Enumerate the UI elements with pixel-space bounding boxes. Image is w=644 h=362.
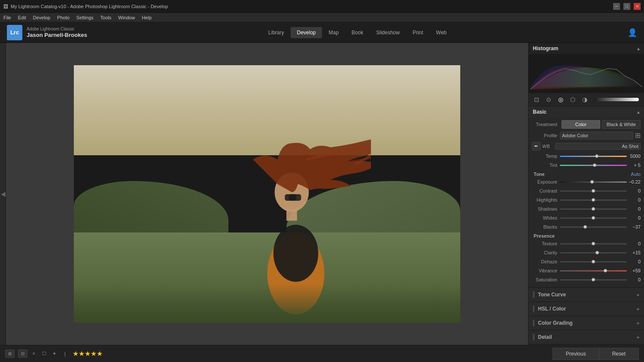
bottom-bar: ⊞ ⊟ ▾ ☐ ▾ | ★★★★★ Previous Reset bbox=[0, 345, 644, 362]
view-single-btn[interactable]: ⊞ bbox=[5, 350, 15, 358]
dehaze-slider-row: Dehaze 0 bbox=[532, 258, 641, 265]
user-avatar-icon[interactable]: 👤 bbox=[628, 28, 637, 37]
view-separator: ▾ bbox=[33, 351, 35, 356]
module-slideshow[interactable]: Slideshow bbox=[370, 27, 406, 38]
profile-grid-icon[interactable]: ⊞ bbox=[635, 131, 641, 139]
view-options: ▾ bbox=[53, 351, 56, 356]
color-grading-arrow: ▸ bbox=[637, 320, 640, 326]
menu-help[interactable]: Help bbox=[142, 15, 152, 20]
menu-window[interactable]: Window bbox=[118, 15, 135, 20]
exposure-value: −0.22 bbox=[627, 179, 641, 184]
hsl-color-section[interactable]: HSL / Color ▸ bbox=[529, 302, 644, 316]
temp-slider-track[interactable] bbox=[560, 156, 627, 157]
wb-eyedropper-icon[interactable]: ✒ bbox=[532, 142, 541, 151]
tint-value: + 5 bbox=[627, 163, 641, 168]
vibrance-slider-track[interactable] bbox=[560, 270, 627, 272]
spot-removal-icon[interactable]: ⊙ bbox=[544, 95, 553, 104]
treatment-bw-btn[interactable]: Black & White bbox=[602, 120, 641, 129]
highlights-slider-track[interactable] bbox=[560, 199, 627, 201]
view-compare-btn[interactable]: ⊟ bbox=[18, 350, 27, 358]
texture-slider-track[interactable] bbox=[560, 243, 627, 244]
reset-button[interactable]: Reset bbox=[599, 348, 639, 360]
histogram-area bbox=[529, 54, 644, 93]
profile-value[interactable]: Adobe Color bbox=[560, 132, 633, 139]
clarity-slider-handle[interactable] bbox=[595, 251, 599, 254]
crop-tool-icon[interactable]: ⊡ bbox=[532, 95, 541, 104]
hsl-arrow: ▸ bbox=[637, 306, 640, 312]
module-map[interactable]: Map bbox=[323, 27, 345, 38]
histogram-toggle[interactable]: ▴ bbox=[637, 45, 640, 51]
basic-section-header[interactable]: Basic ▴ bbox=[529, 106, 644, 118]
whites-slider-handle[interactable] bbox=[592, 216, 595, 220]
tint-slider-track[interactable] bbox=[560, 165, 627, 166]
blacks-slider-row: Blacks −37 bbox=[532, 223, 641, 231]
treatment-color-btn[interactable]: Color bbox=[562, 120, 600, 129]
contrast-slider-handle[interactable] bbox=[592, 189, 595, 193]
menu-develop[interactable]: Develop bbox=[33, 15, 50, 20]
blacks-slider-track[interactable] bbox=[560, 226, 627, 228]
zoom-level: ☐ bbox=[42, 351, 46, 356]
wb-value[interactable]: As Shot bbox=[555, 143, 641, 150]
contrast-slider-track[interactable] bbox=[560, 190, 627, 192]
minimize-button[interactable]: ─ bbox=[613, 3, 620, 10]
redeye-icon[interactable]: ◎ bbox=[556, 95, 565, 104]
menu-tools[interactable]: Tools bbox=[100, 15, 112, 20]
masking-icon[interactable]: ⬡ bbox=[568, 95, 577, 104]
exposure-slider-handle[interactable] bbox=[590, 180, 594, 184]
dehaze-slider-handle[interactable] bbox=[592, 260, 595, 263]
shadows-slider-handle[interactable] bbox=[592, 207, 595, 211]
svg-rect-4 bbox=[289, 194, 301, 201]
user-name-label: Jason Parnell-Brookes bbox=[27, 32, 87, 39]
maximize-button[interactable]: □ bbox=[623, 3, 630, 10]
clarity-slider-track[interactable] bbox=[560, 252, 627, 253]
vibrance-value: +59 bbox=[627, 268, 641, 273]
temp-label: Temp bbox=[532, 154, 560, 159]
lrc-logo: Lrc bbox=[7, 25, 22, 40]
menu-file[interactable]: File bbox=[3, 15, 11, 20]
foreground-overlay bbox=[74, 284, 460, 323]
blacks-slider-handle[interactable] bbox=[583, 225, 587, 229]
star-rating[interactable]: ★★★★★ bbox=[73, 350, 103, 358]
tone-curve-title: Tone Curve bbox=[538, 292, 637, 298]
tint-slider-handle[interactable] bbox=[593, 163, 596, 167]
clarity-slider-row: Clarity +15 bbox=[532, 249, 641, 256]
bottom-right-actions: Previous Reset bbox=[553, 348, 639, 360]
top-nav: Lrc Adobe Lightroom Classic Jason Parnel… bbox=[0, 22, 644, 43]
whites-slider-track[interactable] bbox=[560, 217, 627, 219]
detail-section[interactable]: Detail ▸ bbox=[529, 330, 644, 344]
contrast-label: Contrast bbox=[532, 188, 560, 193]
main-image-area bbox=[6, 43, 528, 345]
exposure-slider-track[interactable] bbox=[560, 181, 627, 183]
menu-settings[interactable]: Settings bbox=[76, 15, 94, 20]
left-panel-toggle[interactable]: ◀ bbox=[0, 190, 6, 197]
vibrance-slider-handle[interactable] bbox=[604, 269, 607, 272]
basic-section-toggle[interactable]: ▴ bbox=[637, 109, 640, 115]
module-web[interactable]: Web bbox=[430, 27, 453, 38]
module-print[interactable]: Print bbox=[407, 27, 429, 38]
shadows-slider-track[interactable] bbox=[560, 208, 627, 210]
previous-button[interactable]: Previous bbox=[553, 348, 599, 360]
shadows-slider-row: Shadows 0 bbox=[532, 205, 641, 213]
module-library[interactable]: Library bbox=[262, 27, 290, 38]
histogram-header[interactable]: Histogram ▴ bbox=[529, 43, 644, 54]
dehaze-slider-track[interactable] bbox=[560, 261, 627, 262]
texture-slider-handle[interactable] bbox=[592, 242, 595, 245]
tone-auto-btn[interactable]: Auto bbox=[631, 172, 641, 177]
color-selector-icon[interactable]: ◑ bbox=[580, 95, 589, 104]
saturation-slider-handle[interactable] bbox=[592, 278, 595, 281]
tool-icons-row: ⊡ ⊙ ◎ ⬡ ◑ bbox=[529, 93, 644, 106]
color-grading-section[interactable]: Color Grading ▸ bbox=[529, 316, 644, 330]
whites-slider-row: Whites 0 bbox=[532, 214, 641, 222]
temp-slider-handle[interactable] bbox=[595, 154, 598, 158]
close-button[interactable]: ✕ bbox=[634, 3, 641, 10]
module-develop[interactable]: Develop bbox=[291, 27, 322, 38]
basic-section-title: Basic bbox=[533, 109, 547, 115]
title-bar-controls[interactable]: ─ □ ✕ bbox=[613, 3, 641, 10]
menu-edit[interactable]: Edit bbox=[18, 15, 26, 20]
menu-photo[interactable]: Photo bbox=[57, 15, 70, 20]
module-book[interactable]: Book bbox=[346, 27, 369, 38]
tone-curve-section[interactable]: Tone Curve ▸ bbox=[529, 288, 644, 302]
highlights-slider-handle[interactable] bbox=[592, 198, 595, 202]
whites-label: Whites bbox=[532, 215, 560, 220]
saturation-slider-track[interactable] bbox=[560, 279, 627, 281]
